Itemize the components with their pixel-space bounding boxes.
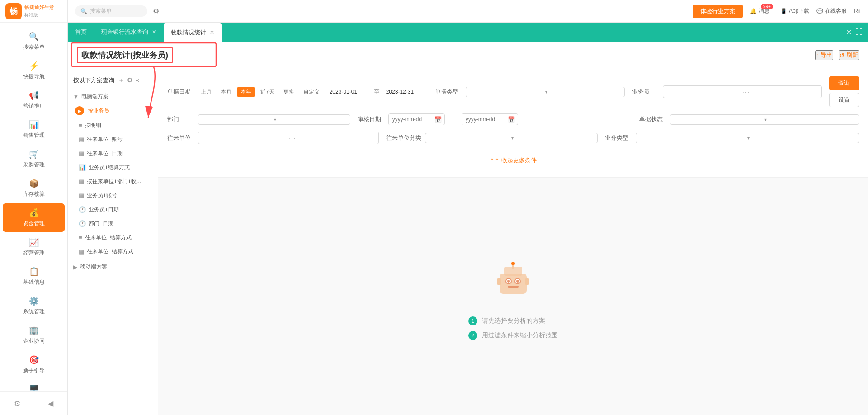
settings-button[interactable]: 设置 — [829, 93, 859, 107]
close-window-icon[interactable]: ✕ — [846, 28, 852, 37]
query-buttons: 查询 设置 — [829, 76, 859, 107]
review-date-from-input[interactable] — [389, 114, 432, 125]
biztype-select[interactable]: ▾ — [636, 133, 859, 143]
empty-step-2: 2 用过滤条件来缩小分析范围 — [468, 331, 558, 340]
notification-badge: 99+ — [761, 4, 773, 9]
docstatus-label: 单据状态 — [639, 115, 666, 123]
date-tab-this-year[interactable]: 本年 — [237, 87, 255, 97]
search-icon: 🔍 — [80, 8, 87, 14]
sidebar-item-label: 新手引导 — [23, 367, 45, 374]
date-from-display[interactable]: 2023-01-01 — [326, 87, 371, 97]
sidebar-item-guide[interactable]: 🎯 新手引导 — [3, 350, 65, 379]
tab-home[interactable]: 首页 — [68, 23, 94, 42]
refresh-button[interactable]: ↺ 刷新 — [839, 50, 859, 60]
collapse-more-button[interactable]: ⌃⌃ 收起更多条件 — [167, 151, 859, 170]
sidebar-item-system[interactable]: ⚙️ 系统管理 — [3, 292, 65, 320]
scheme-item-partner-dept-recv[interactable]: ▦ 按往来单位+部门+收... — [68, 174, 158, 189]
dept-select[interactable]: ▾ — [198, 114, 350, 125]
sidebar-item-sales[interactable]: 📊 销售管理 — [3, 115, 65, 144]
scheme-item-label: 业务员+结算方式 — [89, 164, 130, 171]
gear-icon[interactable]: ⚙ — [153, 7, 159, 15]
sidebar-item-search[interactable]: 🔍 搜索菜单 — [3, 27, 65, 56]
search-box[interactable]: 🔍 搜索菜单 — [75, 5, 147, 17]
partner-input[interactable]: ··· — [198, 132, 379, 144]
scheme-item-staff-date[interactable]: 🕐 业务员+日期 — [68, 203, 158, 217]
scheme-item-staff-account[interactable]: ▦ 业务员+账号 — [68, 189, 158, 203]
sidebar-item-finance[interactable]: 💰 资金管理 — [3, 203, 65, 232]
date-tab-this-month[interactable]: 本月 — [217, 87, 235, 97]
scheme-group-mobile-title[interactable]: ▶ 移动端方案 — [68, 260, 158, 274]
notification-icon: 🔔 — [750, 8, 757, 14]
filter-doctype-item: 单据类型 ▾ — [435, 87, 625, 97]
scheme-item-partner-settlement1[interactable]: ≡ 往来单位+结算方式 — [68, 231, 158, 245]
app-download-button[interactable]: 📱 App下载 — [780, 7, 809, 15]
dept-label: 部门 — [167, 115, 194, 123]
scheme-group-mobile-label: 移动端方案 — [80, 263, 107, 271]
scheme-group-desktop-title[interactable]: ▼ 电脑端方案 — [68, 90, 158, 103]
user-name[interactable]: Rit — [854, 8, 861, 14]
sidebar-bottom: ⚙ ◀ — [0, 391, 67, 415]
scheme-item-label: 往来单位+结算方式 — [87, 248, 133, 255]
sidebar-item-label: 营销推广 — [23, 102, 45, 110]
tab-bank-flow-close[interactable]: ✕ — [152, 29, 156, 35]
sidebar-item-enterprise[interactable]: 🏢 企业协同 — [3, 321, 65, 349]
sidebar-item-hardware[interactable]: 🖥️ 智能硬件 — [3, 380, 65, 391]
scheme-item-staff-settlement[interactable]: 📊 业务员+结算方式 — [68, 160, 158, 174]
docstatus-select[interactable]: ▾ — [670, 114, 859, 125]
sidebar-item-base[interactable]: 📋 基础信息 — [3, 262, 65, 291]
page-container: 收款情况统计(按业务员) ↑ 导出 ↺ 刷新 按以下方 — [68, 42, 868, 415]
scheme-item-partner-account[interactable]: ▦ 往来单位+账号 — [68, 132, 158, 146]
scheme-item-partner-date[interactable]: ▦ 往来单位+日期 — [68, 146, 158, 160]
date-tab-custom[interactable]: 自定义 — [300, 87, 323, 97]
partner-more-icon[interactable]: ··· — [288, 134, 375, 141]
chevron-right-icon: ▶ — [73, 264, 77, 270]
page-title: 收款情况统计(按业务员) — [77, 47, 173, 63]
trial-button[interactable]: 体验行业方案 — [693, 5, 743, 18]
right-panel: 单据日期 上月 本月 本年 近7天 更多 自定义 2023-01-01 — [158, 69, 868, 415]
review-date-to[interactable]: 📅 — [462, 113, 518, 125]
scheme-item-partner-settlement2[interactable]: ▦ 往来单位+结算方式 — [68, 245, 158, 259]
date-tab-more[interactable]: 更多 — [280, 87, 298, 97]
maximize-window-icon[interactable]: ⛶ — [855, 28, 863, 36]
sidebar-item-purchase[interactable]: 🛒 采购管理 — [3, 145, 65, 173]
svg-point-5 — [516, 280, 519, 283]
scheme-item-by-staff[interactable]: ▶ 按业务员 — [68, 103, 158, 118]
sidebar-item-business[interactable]: 📈 经营管理 — [3, 233, 65, 261]
online-service-button[interactable]: 💬 在线客服 — [816, 7, 847, 15]
export-button[interactable]: ↑ 导出 — [815, 50, 834, 60]
notification-button[interactable]: 🔔 消息 99+ — [750, 7, 769, 15]
date-tab-prev-month[interactable]: 上月 — [197, 87, 215, 97]
scheme-settings-icon[interactable]: ⚙ — [127, 76, 133, 85]
scheme-collapse-icon[interactable]: « — [136, 76, 139, 85]
review-date-from[interactable]: 📅 — [388, 113, 445, 125]
topbar-right: 体验行业方案 🔔 消息 99+ 📱 App下载 💬 在线客服 Rit — [693, 5, 861, 18]
search-placeholder: 搜索菜单 — [90, 7, 112, 15]
scheme-item-label: 按往来单位+部门+收... — [87, 178, 141, 185]
tab-bank-flow[interactable]: 现金银行流水查询 ✕ — [94, 23, 164, 42]
sidebar-item-inventory[interactable]: 📦 库存核算 — [3, 174, 65, 203]
sidebar-item-label: 资金管理 — [23, 220, 45, 227]
date-tab-last7days[interactable]: 近7天 — [257, 87, 278, 97]
hardware-icon: 🖥️ — [29, 384, 39, 391]
staff-input[interactable]: ··· — [663, 85, 822, 98]
doctype-select[interactable]: ▾ — [466, 87, 625, 97]
sidebar-item-quicknav[interactable]: ⚡ 快捷导航 — [3, 57, 65, 85]
svg-rect-8 — [525, 278, 529, 285]
filter-staff-item: 业务员 ··· — [632, 85, 822, 98]
review-date-to-input[interactable] — [462, 114, 505, 125]
staff-more-icon[interactable]: ··· — [742, 88, 818, 95]
app-download-icon: 📱 — [780, 8, 787, 14]
partner-category-select[interactable]: ▾ — [425, 133, 598, 143]
scheme-item-dept-date[interactable]: 🕐 部门+日期 — [68, 217, 158, 231]
tab-receipts-stat[interactable]: 收款情况统计 ✕ — [164, 23, 222, 42]
logo: 畅 畅捷通好生意 标准版 — [0, 0, 67, 23]
date-to-display[interactable]: 2023-12-31 — [382, 87, 428, 97]
collapse-sidebar-icon[interactable]: ◀ — [44, 397, 57, 410]
scheme-item-by-detail[interactable]: ≡ 按明细 — [68, 118, 158, 132]
sidebar-item-marketing[interactable]: 📢 营销推广 — [3, 86, 65, 114]
tab-receipts-stat-close[interactable]: ✕ — [210, 29, 214, 36]
scheme-add-icon[interactable]: ＋ — [118, 76, 124, 85]
scheme-header-title: 按以下方案查询 — [73, 76, 114, 85]
settings-bottom-icon[interactable]: ⚙ — [10, 397, 24, 410]
query-button[interactable]: 查询 — [829, 76, 859, 90]
